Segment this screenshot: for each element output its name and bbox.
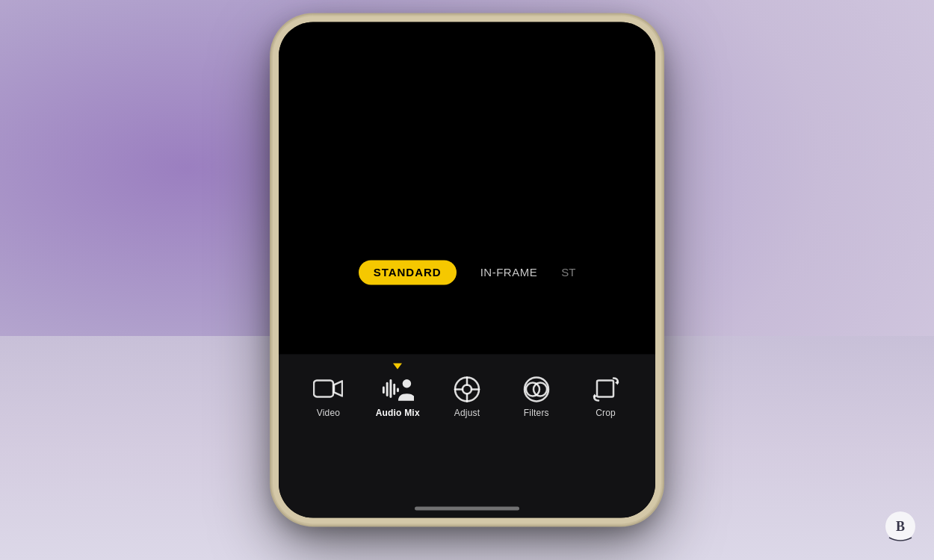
svg-rect-6 <box>397 388 399 392</box>
svg-point-7 <box>403 379 411 388</box>
phone-screen: STANDARD IN-FRAME ST Video <box>279 22 655 517</box>
video-icon <box>312 375 344 403</box>
mode-st[interactable]: ST <box>561 266 575 279</box>
video-label: Video <box>317 408 340 418</box>
svg-rect-2 <box>383 386 385 393</box>
bottom-toolbar: Video <box>279 354 655 517</box>
svg-rect-5 <box>393 384 395 395</box>
svg-text:B: B <box>896 519 905 534</box>
svg-rect-3 <box>386 382 389 396</box>
mode-inframe[interactable]: IN-FRAME <box>480 266 538 279</box>
phone: STANDARD IN-FRAME ST Video <box>273 16 661 523</box>
toolbar-item-audio-mix[interactable]: Audio Mix <box>363 366 433 418</box>
audio-mix-icon <box>381 375 414 403</box>
toolbar-item-adjust[interactable]: Adjust <box>433 366 502 418</box>
active-indicator <box>393 363 402 369</box>
filters-label: Filters <box>524 408 549 418</box>
svg-marker-1 <box>334 381 342 396</box>
adjust-label: Adjust <box>454 408 480 418</box>
beebom-watermark: B <box>885 511 916 542</box>
svg-rect-17 <box>597 380 613 396</box>
adjust-icon <box>451 375 483 403</box>
mode-standard[interactable]: STANDARD <box>359 260 457 284</box>
crop-label: Crop <box>596 408 616 418</box>
audio-mix-label: Audio Mix <box>376 408 420 418</box>
video-area <box>279 22 655 379</box>
svg-point-14 <box>525 377 548 401</box>
scene: STANDARD IN-FRAME ST Video <box>0 0 934 560</box>
crop-icon <box>590 375 622 403</box>
toolbar-item-video[interactable]: Video <box>294 366 363 418</box>
svg-rect-4 <box>390 379 392 398</box>
toolbar-item-filters[interactable]: Filters <box>501 366 571 418</box>
svg-rect-0 <box>314 380 333 396</box>
home-indicator <box>415 506 519 510</box>
toolbar-item-crop[interactable]: Crop <box>571 366 640 418</box>
mode-selector: STANDARD IN-FRAME ST <box>279 260 655 284</box>
toolbar-items: Video <box>279 366 655 418</box>
svg-point-9 <box>463 385 471 393</box>
filters-icon <box>520 375 553 403</box>
svg-marker-18 <box>615 380 618 385</box>
